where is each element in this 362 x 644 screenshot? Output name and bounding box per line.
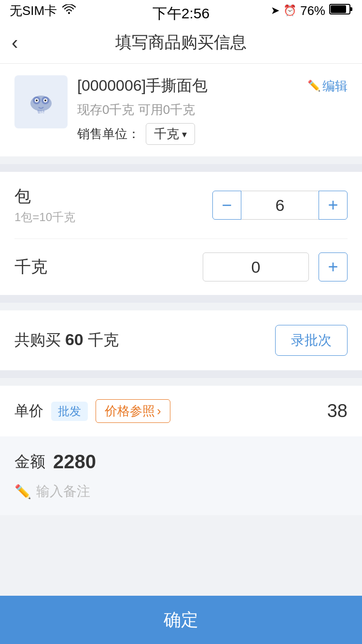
- location-icon: ➤: [271, 4, 279, 17]
- svg-rect-2: [331, 5, 346, 13]
- amount-section: 金额 2280 ✏️ 输入备注: [0, 436, 362, 515]
- price-badge: 批发: [51, 402, 88, 421]
- input-section: 包 1包=10千克 − + 千克 +: [0, 172, 362, 295]
- edit-icon: ✏️: [307, 80, 320, 92]
- status-left: 无SIM卡: [10, 2, 76, 19]
- summary-row: 共购买 60 千克 录批次: [14, 310, 348, 370]
- package-label: 包: [14, 185, 75, 208]
- svg-text:智计: 智计: [37, 110, 45, 114]
- svg-point-9: [36, 99, 38, 101]
- confirm-button-bar[interactable]: 确定: [0, 596, 362, 644]
- package-input[interactable]: [241, 191, 319, 220]
- price-row: 单价 批发 价格参照 › 38: [14, 399, 348, 423]
- product-name-row: [0000006]手撕面包 ✏️ 编辑: [77, 75, 348, 97]
- chevron-down-icon: ▾: [182, 128, 187, 140]
- unit-select[interactable]: 千克 ▾: [146, 123, 195, 145]
- price-label: 单价: [14, 401, 43, 421]
- summary-qty: 60: [65, 330, 84, 349]
- battery-icon: [329, 3, 352, 18]
- kg-row: 千克 +: [14, 239, 348, 295]
- section-divider-1: [0, 164, 362, 172]
- wifi-icon: [62, 3, 76, 18]
- pencil-icon: ✏️: [14, 484, 31, 500]
- confirm-button-label[interactable]: 确定: [164, 608, 198, 632]
- kg-plus-button[interactable]: +: [319, 252, 348, 281]
- package-sublabel: 1包=10千克: [14, 210, 75, 225]
- record-batch-button[interactable]: 录批次: [275, 325, 348, 356]
- amount-row: 金额 2280: [14, 451, 348, 473]
- carrier-text: 无SIM卡: [10, 2, 57, 19]
- unit-label: 销售单位：: [77, 126, 140, 142]
- amount-value: 2280: [53, 451, 96, 473]
- status-time: 下午2:56: [153, 4, 209, 24]
- section-divider-2: [0, 295, 362, 303]
- product-info: [0000006]手撕面包 ✏️ 编辑 现存0千克 可用0千克 销售单位： 千克…: [77, 75, 348, 145]
- price-value: 38: [327, 401, 348, 421]
- edit-button[interactable]: ✏️ 编辑: [307, 78, 348, 95]
- section-divider-3: [0, 370, 362, 378]
- note-placeholder[interactable]: 输入备注: [36, 482, 90, 501]
- svg-rect-3: [350, 7, 352, 11]
- battery-percent: 76%: [300, 3, 325, 18]
- status-bar: 无SIM卡 下午2:56 ➤ ⏰ 76%: [0, 0, 362, 21]
- product-unit-row: 销售单位： 千克 ▾: [77, 123, 348, 145]
- nav-bar: ‹ 填写商品购买信息: [0, 21, 362, 64]
- summary-text-group: 共购买 60 千克: [14, 330, 119, 351]
- package-minus-button[interactable]: −: [212, 191, 241, 220]
- package-stepper: − +: [212, 191, 348, 220]
- product-name: [0000006]手撕面包: [77, 75, 208, 97]
- price-section: 单价 批发 价格参照 › 38: [0, 386, 362, 436]
- package-plus-button[interactable]: +: [319, 191, 348, 220]
- status-right: ➤ ⏰ 76%: [271, 3, 352, 18]
- back-button[interactable]: ‹: [12, 31, 18, 53]
- package-row: 包 1包=10千克 − +: [14, 172, 348, 239]
- price-ref-button[interactable]: 价格参照 ›: [96, 399, 170, 423]
- product-thumbnail: 智计: [14, 75, 68, 128]
- kg-input[interactable]: [203, 252, 309, 281]
- alarm-icon: ⏰: [283, 4, 296, 17]
- kg-input-group: +: [203, 252, 348, 281]
- summary-text: 共购买 60 千克: [14, 331, 119, 349]
- summary-section: 共购买 60 千克 录批次: [0, 310, 362, 370]
- product-stock: 现存0千克 可用0千克: [77, 101, 348, 118]
- kg-label: 千克: [14, 256, 47, 278]
- product-card: 智计 [0000006]手撕面包 ✏️ 编辑 现存0千克 可用0千克 销售单位：…: [0, 64, 362, 156]
- svg-point-10: [44, 99, 46, 101]
- amount-label: 金额: [14, 451, 45, 473]
- note-row: ✏️ 输入备注: [14, 482, 348, 515]
- page-title: 填写商品购买信息: [115, 31, 247, 54]
- svg-point-0: [68, 12, 70, 14]
